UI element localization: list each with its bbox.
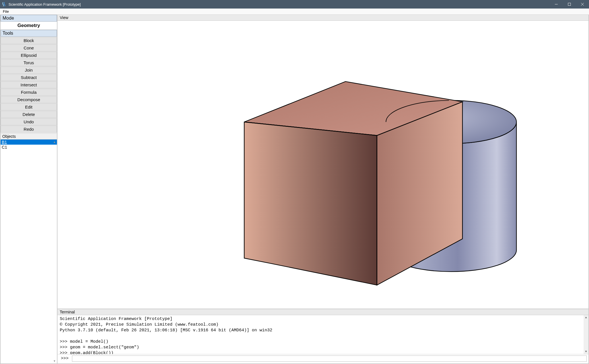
- terminal-input-row: >>>: [57, 354, 588, 363]
- terminal: Scientific Application Framework [Protot…: [57, 315, 588, 363]
- terminal-line: © Copyright 2021, Precise Simulation Lim…: [60, 322, 219, 327]
- object-item[interactable]: B1: [1, 140, 57, 145]
- tool-decompose[interactable]: Decompose: [1, 96, 57, 103]
- tool-torus[interactable]: Torus: [1, 59, 57, 66]
- tool-intersect[interactable]: Intersect: [1, 81, 57, 88]
- tool-block[interactable]: Block: [1, 37, 57, 44]
- maximize-button[interactable]: [563, 0, 576, 9]
- tool-subtract[interactable]: Subtract: [1, 74, 57, 81]
- scroll-down-icon[interactable]: ▼: [584, 349, 588, 354]
- terminal-line: >>> model = Model(): [60, 339, 108, 344]
- viewport-3d[interactable]: [57, 21, 588, 309]
- tool-ellipsoid[interactable]: Ellipsoid: [1, 52, 57, 59]
- objects-scroll-down-icon[interactable]: ▼: [52, 359, 57, 363]
- objects-list: B1 C1 ▲ ▼: [1, 140, 57, 363]
- tools-header[interactable]: Tools: [1, 30, 57, 37]
- title-bar: Scientific Application Framework [Protot…: [0, 0, 589, 9]
- terminal-line: Scientific Application Framework [Protot…: [60, 317, 172, 321]
- right-side: View: [57, 15, 588, 363]
- objects-scroll-up-icon[interactable]: ▲: [52, 140, 57, 144]
- terminal-line: Python 3.7.10 (default, Feb 26 2021, 13:…: [60, 328, 272, 333]
- view-header: View: [57, 15, 588, 21]
- svg-marker-7: [244, 122, 377, 285]
- mode-header[interactable]: Mode: [1, 15, 57, 22]
- left-panel: Mode Geometry Tools Block Cone Ellipsoid…: [1, 15, 57, 363]
- terminal-scrollbar[interactable]: ▲ ▼: [584, 315, 588, 354]
- menu-file[interactable]: File: [1, 9, 11, 14]
- tool-delete[interactable]: Delete: [1, 111, 57, 118]
- main-area: Mode Geometry Tools Block Cone Ellipsoid…: [0, 15, 589, 364]
- objects-header: Objects: [1, 133, 57, 140]
- scroll-up-icon[interactable]: ▲: [584, 315, 588, 320]
- window-title: Scientific Application Framework [Protot…: [9, 2, 81, 7]
- terminal-line: >>> geom = model.select("geom"): [60, 345, 139, 350]
- tool-formula[interactable]: Formula: [1, 89, 57, 96]
- object-item[interactable]: C1: [1, 145, 57, 150]
- app-icon: [2, 2, 6, 7]
- terminal-prompt: >>>: [59, 355, 70, 362]
- tool-edit[interactable]: Edit: [1, 103, 57, 111]
- tool-cone[interactable]: Cone: [1, 44, 57, 51]
- terminal-input[interactable]: [72, 355, 587, 362]
- terminal-output[interactable]: Scientific Application Framework [Protot…: [57, 315, 588, 354]
- terminal-line: >>> geom.add(Block()): [60, 351, 114, 354]
- terminal-header: Terminal: [57, 309, 588, 315]
- tool-undo[interactable]: Undo: [1, 118, 57, 125]
- menu-bar: File: [0, 9, 589, 15]
- close-button[interactable]: [576, 0, 589, 9]
- mode-label: Geometry: [1, 22, 57, 30]
- minimize-button[interactable]: [550, 0, 563, 9]
- svg-rect-1: [568, 3, 571, 6]
- tool-redo[interactable]: Redo: [1, 126, 57, 133]
- tool-join[interactable]: Join: [1, 66, 57, 74]
